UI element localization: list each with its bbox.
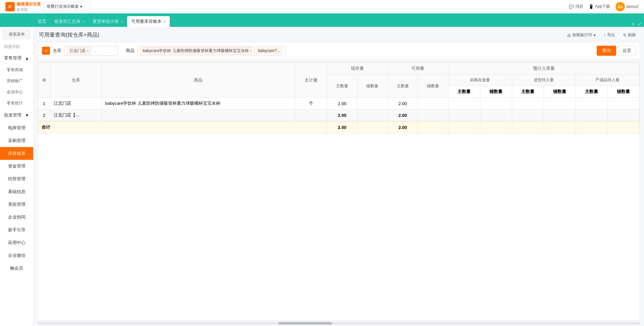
- product-filter-label: 商品: [126, 48, 135, 54]
- footer-stock-main: 2.00: [327, 121, 357, 133]
- avatar: Ea: [615, 2, 625, 11]
- sidebar-item-system[interactable]: 系统管理: [0, 198, 33, 211]
- footer-prod-main: [576, 121, 607, 133]
- message-icon: 💬: [569, 4, 574, 9]
- warehouse-filter-input[interactable]: 江北门店 × ...: [64, 46, 118, 56]
- data-table: ⚙ 仓库 商品 主计量 现存量 可用量 预计入库量 主数量 辅数量 主数量 辅数…: [38, 62, 640, 133]
- cell-inc-aux-1: [544, 98, 576, 109]
- tab-available-stock-close[interactable]: ×: [164, 19, 166, 24]
- filter-section: » 仓库 江北门店 × ... 商品 babycare学饮杯 儿童防摔防撞吸管杯…: [38, 42, 640, 59]
- page-actions: 🖨 按模板打印 ↑ 导出 ↻ 刷新: [564, 31, 639, 39]
- th-prod-aux: 辅数量: [607, 86, 639, 98]
- cell-warehouse-1: 江北门店: [50, 98, 102, 109]
- h-scrollbar-thumb[interactable]: [278, 322, 332, 325]
- query-btn[interactable]: 查询: [597, 46, 616, 56]
- page-title: 可用量查询(按仓库+商品): [39, 32, 99, 39]
- search-menu-btn[interactable]: 搜索菜单: [3, 30, 31, 39]
- sidebar-item-member[interactable]: 畅会员: [0, 262, 33, 275]
- sidebar-item-enterprise-wechat[interactable]: 企业微信: [0, 249, 33, 262]
- sidebar-item-member-center[interactable]: 会员中心: [0, 87, 33, 98]
- cell-index-1: 1: [38, 98, 50, 109]
- user-area[interactable]: Ea demo2: [615, 2, 639, 11]
- th-unit: 主计量: [295, 63, 327, 98]
- sidebar-item-ecommerce[interactable]: 电商管理: [0, 122, 33, 134]
- cell-pt-main-1: [448, 98, 480, 109]
- tenant-selector[interactable]: 母婴行业演示账套: [44, 2, 91, 11]
- tab-bar-right: × ⤢: [632, 21, 644, 27]
- tab-available-stock[interactable]: 可用量库存账本 ×: [127, 16, 170, 27]
- content-area: 可用量查询(按仓库+商品) 🖨 按模板打印 ↑ 导出 ↻ 刷新 »: [34, 27, 644, 326]
- refresh-btn[interactable]: ↻ 刷新: [621, 31, 639, 39]
- sidebar-item-purchase-mgmt[interactable]: 采购管理: [0, 134, 33, 147]
- sidebar-item-wholesale-mgmt[interactable]: 批发管理 ▼: [0, 109, 33, 122]
- sidebar-item-retail-mgmt[interactable]: 零售管理 ▲: [0, 52, 33, 64]
- cell-stock-main-2: 2.00: [327, 109, 357, 122]
- cell-pt-aux-1: [480, 98, 512, 109]
- product-tag1-close[interactable]: ×: [250, 49, 252, 53]
- app-download-btn[interactable]: 📱 App下载: [589, 4, 610, 9]
- tab-order-stats[interactable]: 要货单统计表 ×: [89, 16, 127, 27]
- cell-prod-main-1: [576, 98, 607, 109]
- tab-expand-btn[interactable]: ⤢: [637, 21, 641, 27]
- sidebar-item-finance[interactable]: 资金管理: [0, 160, 33, 173]
- top-bar: 好 畅捷通好生意 标准版 母婴行业演示账套 💬 消息 📱 App下载 Ea de…: [0, 0, 644, 13]
- warehouse-filter-label: 仓库: [53, 48, 61, 54]
- filter-row: 仓库 江北门店 × ... 商品 babycare学饮杯 儿童防摔防撞吸管杯重力…: [53, 46, 594, 56]
- th-pt-aux: 辅数量: [480, 86, 512, 98]
- h-scrollbar-track[interactable]: [38, 322, 640, 325]
- app-logo-text: 畅捷通好生意 标准版: [17, 1, 41, 12]
- sidebar-item-retail-stats[interactable]: 零售统计: [0, 98, 33, 109]
- tab-window-btn[interactable]: ×: [632, 21, 635, 27]
- tab-order-stats-close[interactable]: ×: [121, 19, 123, 24]
- th-inc-main: 主数量: [512, 86, 544, 98]
- export-btn[interactable]: ↑ 导出: [601, 31, 618, 39]
- sidebar-item-base-info[interactable]: 基础信息: [0, 185, 33, 198]
- table-container[interactable]: ⚙ 仓库 商品 主计量 现存量 可用量 预计入库量 主数量 辅数量 主数量 辅数…: [38, 62, 640, 321]
- sidebar-item-retail-mall[interactable]: 零售商城: [0, 64, 33, 76]
- sidebar-item-new-guide[interactable]: 新手引导: [0, 224, 33, 236]
- cell-avail-main-2: 2.00: [387, 109, 418, 122]
- tab-home[interactable]: 首页: [34, 16, 50, 27]
- sidebar-item-marketing[interactable]: 营销推广: [0, 76, 33, 87]
- logo-area: 好 畅捷通好生意 标准版: [5, 1, 41, 12]
- cell-avail-main-1: 2.00: [387, 98, 418, 109]
- warehouse-more-btn[interactable]: ...: [92, 48, 98, 53]
- tab-receive-send[interactable]: 收发存汇总表 ×: [50, 16, 89, 27]
- sidebar-item-operations[interactable]: 经营管理: [0, 173, 33, 185]
- cell-product-2: [102, 109, 295, 122]
- footer-prod-aux: [607, 121, 639, 133]
- footer-label: 合计: [38, 121, 327, 133]
- sidebar-item-app-center[interactable]: 应用中心: [0, 236, 33, 249]
- th-inc-aux: 辅数量: [544, 86, 576, 98]
- table-row: 2 江北门店【... 2.00 2.00: [38, 109, 640, 122]
- cell-inc-main-2: [512, 109, 544, 122]
- cell-stock-main-1: 2.00: [327, 98, 357, 109]
- top-bar-right: 💬 消息 📱 App下载 Ea demo2: [569, 2, 639, 11]
- print-template-btn[interactable]: 🖨 按模板打印: [564, 31, 598, 39]
- message-btn[interactable]: 💬 消息: [569, 4, 583, 9]
- th-settings[interactable]: ⚙: [38, 63, 50, 98]
- th-production: 产成品待入量: [576, 75, 639, 86]
- settings-btn[interactable]: 设置: [618, 46, 636, 56]
- tab-bar: 首页 收发存汇总表 × 要货单统计表 × 可用量库存账本 × × ⤢: [0, 13, 644, 27]
- th-stock: 现存量: [327, 63, 388, 75]
- tenant-chevron-icon: [80, 4, 82, 9]
- cell-product-1: babycare学饮杯 儿童防摔防撞吸管杯重力球吸嘴杯宝宝水杯: [102, 98, 295, 109]
- cell-unit-1: 个: [295, 98, 327, 109]
- sidebar-item-cooperation[interactable]: 企业协同: [0, 211, 33, 224]
- th-available: 可用量: [387, 63, 448, 75]
- warehouse-tag-close[interactable]: ×: [87, 49, 89, 53]
- tab-receive-send-close[interactable]: ×: [83, 19, 85, 24]
- th-avail-aux: 辅数量: [418, 75, 448, 98]
- cell-stock-aux-1: [357, 98, 387, 109]
- filter-expand-btn[interactable]: »: [42, 47, 50, 55]
- wholesale-chevron-icon: ▼: [25, 113, 29, 118]
- product-filter-input[interactable]: babycare学饮杯 儿童防摔防撞吸管杯重力球吸嘴杯宝宝水杯 × babyca…: [137, 46, 285, 56]
- th-purchase-transit: 采购在途量: [448, 75, 512, 86]
- top-bar-left: 好 畅捷通好生意 标准版 母婴行业演示账套: [5, 1, 91, 12]
- th-stock-aux: 辅数量: [357, 75, 387, 98]
- th-warehouse: 仓库: [50, 63, 102, 98]
- sidebar-item-inventory[interactable]: 库存核算: [0, 147, 33, 160]
- download-icon: 📱: [589, 4, 594, 9]
- sidebar-nav-label: 快捷导航: [0, 42, 33, 52]
